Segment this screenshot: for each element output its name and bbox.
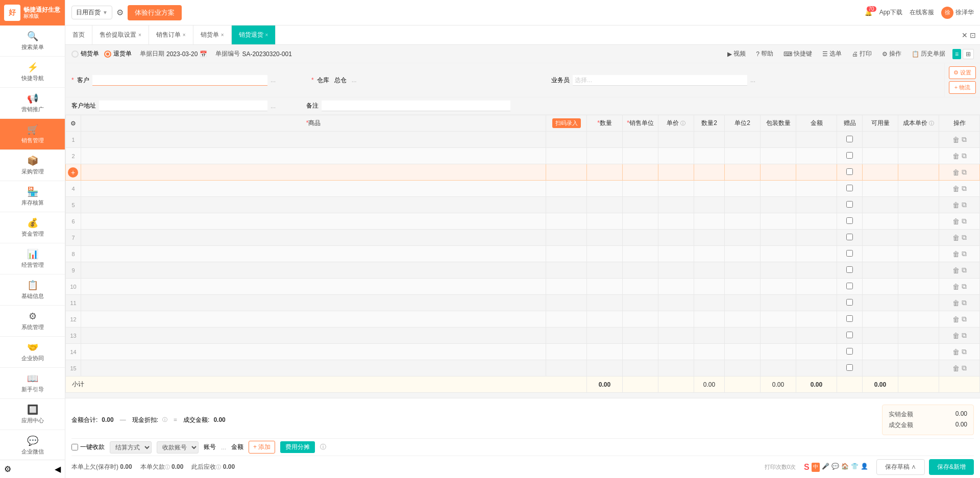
tab-close-icon[interactable]: × [265,32,268,38]
module-selector[interactable]: 日用百货 ▼ [71,6,112,19]
copy-row-btn[interactable]: ⧉ [962,266,967,274]
copy-row-btn[interactable]: ⧉ [962,298,967,307]
customer-input[interactable] [92,75,267,86]
gift-checkbox[interactable] [846,299,853,306]
sidebar-item-guide[interactable]: 📖 新手引导 [0,368,65,399]
quick-pay-checkbox[interactable] [71,444,78,450]
delete-row-btn[interactable]: 🗑 [952,282,960,291]
col-settings[interactable]: ⚙ [66,115,81,132]
collapse-icon[interactable]: ◀ [55,464,61,474]
copy-row-btn[interactable]: ⧉ [962,282,967,291]
gift-checkbox[interactable] [846,201,853,208]
copy-row-btn[interactable]: ⧉ [962,315,967,323]
calendar-icon[interactable]: 📅 [200,51,207,58]
delete-row-btn[interactable]: 🗑 [952,347,960,356]
sidebar-item-enterprise[interactable]: 🤝 企业协同 [0,337,65,368]
copy-row-btn[interactable]: ⧉ [962,168,967,177]
copy-row-btn[interactable]: ⧉ [962,249,967,258]
gift-checkbox[interactable] [846,136,853,142]
gift-checkbox[interactable] [846,283,853,289]
add-row-btn[interactable]: + [68,167,78,178]
product-cell[interactable] [81,132,546,148]
operation-btn[interactable]: ⚙ 操作 [879,48,904,60]
topbar-settings-button[interactable]: ⚙ [116,8,124,17]
delete-row-btn[interactable]: 🗑 [952,266,960,274]
history-btn[interactable]: 📋 历史单据 [909,48,948,60]
notification-bell[interactable]: 🔔 70 [865,9,872,16]
shirt-icon[interactable]: 👕 [851,463,859,472]
copy-row-btn[interactable]: ⧉ [962,347,967,356]
scan-btn[interactable]: 扫码录入 [552,118,581,128]
settlement-select[interactable]: 结算方式 [110,441,152,454]
delete-row-btn[interactable]: 🗑 [952,217,960,225]
user-icon[interactable]: 👤 [861,463,868,472]
copy-row-btn[interactable]: ⧉ [962,233,967,242]
save-new-btn[interactable]: 保存&新增 [929,459,974,475]
sidebar-item-inventory[interactable]: 🏪 库存核算 [0,181,65,212]
add-payment-btn[interactable]: + 添加 [249,441,275,454]
tab-close-icon[interactable]: × [183,32,186,38]
grid-view-btn[interactable]: ⊞ [963,49,974,59]
gift-checkbox[interactable] [846,185,853,191]
delete-row-btn[interactable]: 🗑 [952,168,960,177]
copy-row-btn[interactable]: ⧉ [962,152,967,160]
sidebar-item-shortcuts[interactable]: ⚡ 快捷导航 [0,57,65,88]
copy-row-btn[interactable]: ⧉ [962,217,967,225]
delete-row-btn[interactable]: 🗑 [952,249,960,258]
settings-icon[interactable]: ⚙ [4,464,11,474]
mic-icon[interactable]: 🎤 [822,463,829,472]
gift-checkbox[interactable] [846,234,853,240]
tab-close-icon[interactable]: × [138,32,141,38]
sidebar-item-operations[interactable]: 📊 经营管理 [0,243,65,274]
copy-row-btn[interactable]: ⧉ [962,135,967,144]
remark-input[interactable] [322,100,510,111]
sidebar-item-marketing[interactable]: 📢 营销推广 [0,88,65,119]
gift-checkbox[interactable] [846,364,853,371]
app-download-link[interactable]: App下载 [879,8,902,17]
tab-sales[interactable]: 销货单 × [193,26,232,44]
address-input[interactable] [99,100,267,111]
delete-row-btn[interactable]: 🗑 [952,135,960,144]
copy-row-btn[interactable]: ⧉ [962,200,967,209]
gift-checkbox[interactable] [846,348,853,355]
gift-checkbox[interactable] [846,250,853,257]
shortcut-btn[interactable]: ⌨ 快捷键 [780,48,815,60]
tab-close-icon[interactable]: × [221,32,224,38]
copy-row-btn[interactable]: ⧉ [962,184,967,193]
warehouse-picker[interactable]: ... [352,77,357,84]
customer-picker[interactable]: ... [271,77,276,84]
maximize-tab-button[interactable]: ⊡ [970,31,976,39]
online-service-link[interactable]: 在线客服 [910,8,934,17]
select-btn[interactable]: ☰ 选单 [819,48,845,60]
trial-plan-button[interactable]: 体验行业方案 [128,5,182,20]
tab-home[interactable]: 首页 [65,26,92,44]
salesperson-input[interactable] [573,75,747,86]
delete-row-btn[interactable]: 🗑 [952,200,960,209]
sidebar-item-apps[interactable]: 🔲 应用中心 [0,399,65,430]
sidebar-item-finance[interactable]: 💰 资金管理 [0,212,65,243]
copy-row-btn[interactable]: ⧉ [962,364,967,372]
tab-sales-return[interactable]: 销货退货 × [232,26,276,44]
delete-row-btn[interactable]: 🗑 [952,233,960,242]
save-draft-btn[interactable]: 保存草稿 ∧ [876,459,925,475]
gift-checkbox[interactable] [846,152,853,159]
salesperson-picker[interactable]: ... [750,77,755,84]
tab-sales-order[interactable]: 销售订单 × [149,26,193,44]
settings-side-btn[interactable]: ⚙ 设置 [949,66,976,79]
address-picker[interactable]: ... [271,103,276,110]
video-btn[interactable]: ▶ 视频 [724,48,749,60]
gift-checkbox[interactable] [846,315,853,322]
close-tab-button[interactable]: ✕ [962,31,968,39]
col-scan[interactable]: 扫码录入 [546,115,587,132]
gift-checkbox[interactable] [846,217,853,224]
delete-row-btn[interactable]: 🗑 [952,152,960,160]
sidebar-item-search[interactable]: 🔍 搜索菜单 [0,26,65,57]
delete-row-btn[interactable]: 🗑 [952,184,960,193]
sidebar-item-sales[interactable]: 🛒 销售管理 [0,119,65,150]
tab-price-settings[interactable]: 售价提取设置 × [92,26,149,44]
logistics-side-btn[interactable]: + 物流 [949,81,976,94]
sidebar-item-basic[interactable]: 📋 基础信息 [0,274,65,306]
product-input-active[interactable] [83,169,544,176]
user-menu[interactable]: 徐 徐泽华 [941,7,974,19]
gift-checkbox-active[interactable] [846,168,853,175]
